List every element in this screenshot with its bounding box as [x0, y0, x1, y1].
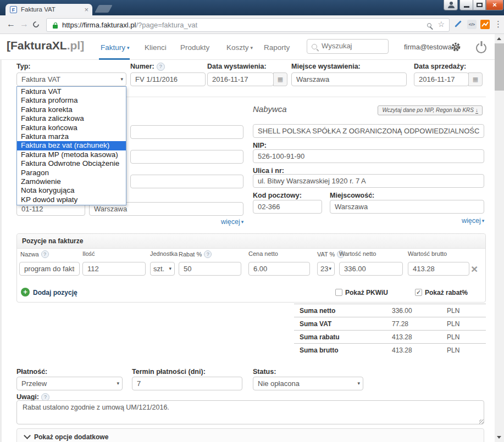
resize-handle[interactable]: [479, 419, 484, 424]
window-profile-button[interactable]: [444, 0, 458, 10]
dropdown-option[interactable]: Zamówienie: [17, 177, 126, 186]
browser-menu-icon[interactable]: ⋮: [494, 19, 502, 29]
dropdown-option[interactable]: Faktura korekta: [17, 105, 126, 114]
item-vat-select[interactable]: 23▾: [317, 262, 335, 276]
url-host: https://firma.fakturaxl.pl: [62, 21, 136, 29]
item-discount-input[interactable]: [179, 262, 241, 276]
buyer-postal-input[interactable]: [253, 200, 322, 214]
power-logout-icon[interactable]: [476, 43, 486, 53]
item-name-input[interactable]: [19, 262, 80, 276]
type-label: Typ:: [16, 63, 30, 70]
new-tab-button[interactable]: [95, 5, 112, 13]
bookmark-star-icon[interactable]: ☆: [437, 20, 445, 29]
seller-name-input[interactable]: [130, 125, 243, 139]
type-select[interactable]: Faktura VAT▾: [16, 72, 126, 86]
help-icon[interactable]: ?: [157, 63, 165, 71]
dropdown-option[interactable]: Faktura MP (metoda kasowa): [17, 150, 126, 159]
delete-row-icon[interactable]: ×: [471, 262, 478, 276]
tab-close-icon[interactable]: ×: [84, 5, 88, 14]
add-item-button[interactable]: Dodaj pozycję: [33, 289, 77, 296]
show-discount-checkbox[interactable]: ✓: [415, 289, 422, 296]
dropdown-option[interactable]: Faktura końcowa: [17, 124, 126, 132]
address-bar[interactable]: https://firma.fakturaxl.pl/?page=faktura…: [46, 18, 450, 32]
seller-more-link[interactable]: więcej▾: [221, 218, 243, 226]
forward-button[interactable]: →: [20, 19, 29, 29]
status-select[interactable]: Nie opłacona▾: [253, 377, 363, 390]
nav-produkty[interactable]: Produkty: [180, 43, 209, 52]
chevron-down-icon: [24, 432, 31, 439]
https-lock-icon[interactable]: [53, 25, 58, 29]
scrollbar-up-button[interactable]: [495, 34, 504, 43]
scrollbar-down-button[interactable]: [495, 433, 504, 442]
summary-row-brutto: Suma brutto 413.28 PLN: [294, 343, 486, 356]
chevron-down-icon: ▾: [357, 377, 360, 390]
dropdown-option[interactable]: Faktura zaliczkowa: [17, 114, 126, 123]
scrollbar-thumb[interactable]: [495, 43, 504, 91]
dropdown-option[interactable]: Faktura proforma: [17, 96, 126, 105]
reload-button[interactable]: [32, 20, 41, 29]
help-icon[interactable]: ?: [204, 250, 212, 258]
add-item-icon[interactable]: +: [21, 288, 30, 296]
help-icon[interactable]: ?: [41, 250, 49, 258]
buyer-street-input[interactable]: [253, 174, 484, 188]
buyer-more-link[interactable]: więcej▾: [462, 217, 484, 225]
gear-icon[interactable]: [451, 42, 461, 52]
issue-place-input[interactable]: [291, 72, 407, 86]
calendar-icon[interactable]: ▦: [468, 72, 483, 86]
nav-faktury[interactable]: Faktury▾: [101, 43, 130, 52]
browser-tab[interactable]: F Faktura VAT ×: [5, 4, 92, 15]
sale-date-input[interactable]: [414, 72, 469, 86]
buyer-section-title: Nabywca: [253, 104, 287, 114]
window-maximize-button[interactable]: [473, 0, 486, 10]
nav-raporty[interactable]: Raporty: [264, 43, 290, 52]
window-close-button[interactable]: ×: [486, 0, 503, 10]
item-qty-input[interactable]: [82, 262, 146, 276]
analytics-extension-icon[interactable]: [480, 20, 490, 29]
code-extension-icon[interactable]: </>: [467, 20, 477, 29]
calendar-icon[interactable]: ▦: [273, 72, 287, 86]
dropdown-option-highlighted[interactable]: Faktura bez vat (rachunek): [17, 141, 126, 150]
payment-method-select[interactable]: Przelew▾: [16, 377, 123, 390]
buyer-nip-input[interactable]: [253, 149, 484, 163]
triangle-up-icon: [497, 37, 501, 40]
item-gross-value-input[interactable]: [408, 262, 469, 276]
extra-options-toggle[interactable]: Pokaż opcje dodatkowe: [16, 428, 484, 442]
sale-date-label: Data sprzedaży:: [414, 63, 466, 70]
app-logo[interactable]: [FakturaXL.pl]: [7, 39, 84, 52]
key-icon[interactable]: [427, 23, 431, 27]
item-net-value-input[interactable]: [339, 262, 403, 276]
nav-koszty[interactable]: Koszty▾: [226, 43, 253, 52]
person-icon: [444, 0, 457, 10]
show-pkwiu-checkbox[interactable]: [335, 289, 342, 296]
dropdown-option[interactable]: Paragon: [17, 169, 126, 177]
dropdown-option[interactable]: Faktura marża: [17, 132, 126, 141]
dropdown-option[interactable]: Nota korygująca: [17, 186, 126, 195]
dropdown-option[interactable]: Faktura Odwrotne Obciążenie: [17, 159, 126, 168]
seller-street-input[interactable]: [130, 175, 243, 188]
number-input[interactable]: [130, 72, 206, 86]
notes-textarea[interactable]: Rabat ustalono zgodnie z umową UM/121/20…: [16, 400, 484, 424]
summary-label: Suma netto: [300, 307, 335, 315]
due-days-input[interactable]: [132, 377, 242, 390]
dropdown-option[interactable]: Faktura VAT: [17, 87, 126, 96]
search-input[interactable]: [320, 41, 386, 51]
number-label: Numer:?: [130, 63, 165, 71]
load-by-nip-button[interactable]: Wczytaj dane po NIP, Regon lub KRS↓: [378, 105, 483, 115]
type-dropdown-list: Faktura VAT Faktura proforma Faktura kor…: [16, 86, 126, 205]
seller-nip-input[interactable]: [130, 150, 243, 164]
chevron-down-icon: ▾: [329, 262, 331, 275]
dropdown-option[interactable]: KP dowód wpłaty: [17, 195, 126, 204]
back-button[interactable]: ←: [7, 19, 15, 29]
buyer-city-input[interactable]: [330, 200, 484, 214]
pen-extension-icon[interactable]: [455, 20, 462, 27]
nav-klienci[interactable]: Klienci: [145, 43, 167, 52]
buyer-name-input[interactable]: [253, 124, 484, 138]
page-scrollbar[interactable]: [495, 34, 504, 442]
col-qty-label: Ilość: [82, 250, 95, 257]
window-minimize-button[interactable]: [459, 0, 473, 10]
item-net-price-input[interactable]: [248, 262, 310, 276]
item-unit-select[interactable]: szt.▾: [150, 262, 175, 276]
chevron-down-icon: ▾: [482, 218, 485, 223]
active-nav-underline: [99, 58, 130, 60]
issue-date-input[interactable]: [207, 72, 274, 86]
